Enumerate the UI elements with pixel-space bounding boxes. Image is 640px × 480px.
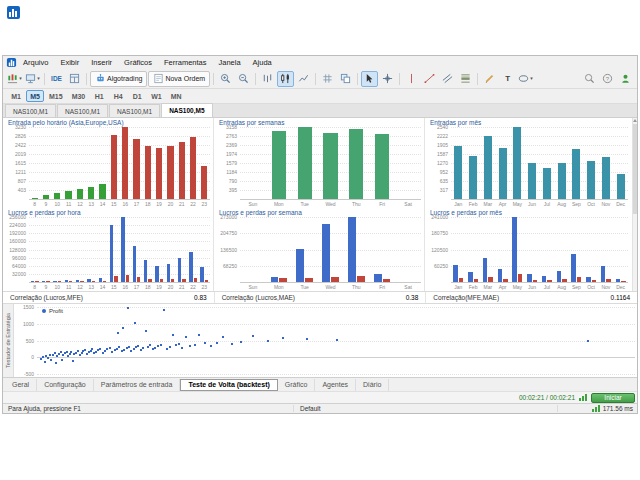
x-axis: JanFebMarAprMayJunJulAugSepOctNovDec [451, 200, 628, 208]
trendline-button[interactable] [421, 71, 438, 87]
latency-value: 171.56 ms [603, 405, 633, 412]
tester-tab-bar: Geral Configuração Parâmetros de entrada… [3, 377, 637, 391]
chart-tab-bar: NAS100,M1 NAS100,M1 NAS100,M1 NAS100,M5 [3, 104, 637, 118]
correlation-value: 0.38 [406, 294, 419, 301]
toolbar-separator [399, 73, 400, 85]
trendline-icon [424, 73, 435, 84]
timeframe-mn[interactable]: MN [167, 90, 186, 102]
grid-button[interactable] [319, 71, 336, 87]
algotrading-button[interactable]: Algotrading [90, 71, 147, 87]
bars-mode-button[interactable] [259, 71, 276, 87]
correlation-row: Correlação (Lucros,MFE) 0.83 Correlação … [3, 291, 637, 304]
x-axis: 891011121314151617181920212223 [29, 200, 210, 208]
search-icon [584, 73, 595, 84]
zoom-out-button[interactable] [235, 71, 252, 87]
signal-bars-icon [592, 405, 600, 412]
timeframe-m30[interactable]: M30 [68, 90, 90, 102]
candles-mode-button[interactable] [277, 71, 294, 87]
tab-geral[interactable]: Geral [5, 379, 37, 391]
toolbar-separator [477, 73, 478, 85]
line-mode-button[interactable] [295, 71, 312, 87]
profit-legend-label: Profit [49, 308, 63, 314]
toolbar-separator [255, 73, 256, 85]
correlation-label: Correlação(MFE,MAE) [433, 294, 499, 301]
timeframe-m1[interactable]: M1 [7, 90, 25, 102]
plot-area [240, 127, 421, 200]
document-icon [153, 73, 164, 84]
toolbar: ▾ ▾ IDE Algotrading Nova Ordem [3, 69, 637, 89]
chart-tab-1[interactable]: NAS100,M1 [5, 104, 56, 117]
menu-graficos[interactable]: Gráficos [118, 57, 158, 69]
tab-agentes[interactable]: Agentes [315, 379, 356, 391]
timeframe-d1[interactable]: D1 [128, 90, 146, 102]
profit-scatter-section: Testador de Estratégia 150010005000-500 … [3, 304, 637, 377]
profiles-button[interactable]: ▾ [24, 71, 41, 87]
cursor-arrow-icon [364, 73, 375, 84]
menu-arquivo[interactable]: Arquivo [17, 57, 54, 69]
scroll-up-icon[interactable] [633, 119, 637, 122]
text-tool-icon: T [505, 74, 510, 84]
new-chart-button[interactable]: ▾ [6, 71, 23, 87]
menu-ferramentas[interactable]: Ferramentas [158, 57, 213, 69]
timeframe-h4[interactable]: H4 [109, 90, 127, 102]
window-panels-icon [69, 73, 80, 84]
chart-tab-2[interactable]: NAS100,M1 [57, 104, 108, 117]
chart-column-divider [424, 118, 425, 291]
tab-parametros-de-entrada[interactable]: Parâmetros de entrada [94, 379, 181, 391]
draw-button[interactable] [481, 71, 498, 87]
new-order-button[interactable]: Nova Ordem [148, 71, 210, 87]
scrollbar-thumb[interactable] [633, 124, 637, 214]
status-connection[interactable]: 171.56 ms [557, 405, 637, 412]
chart-title: Entrada pelo horário (Asia,Europe,USA) [8, 119, 124, 126]
tab-grafico[interactable]: Gráfico [278, 379, 316, 391]
tab-teste-de-volta[interactable]: Teste de Volta (backtest) [180, 379, 277, 391]
fibonacci-button[interactable] [457, 71, 474, 87]
menu-exibir[interactable]: Exibir [54, 57, 85, 69]
new-order-label: Nova Ordem [165, 75, 205, 82]
status-profile[interactable]: Default [293, 405, 557, 412]
scatter-plot-area: Profit [37, 307, 635, 374]
tab-configuracao[interactable]: Configuração [37, 379, 94, 391]
scatter-y-axis: 150010005000-500 [14, 307, 36, 374]
account-button[interactable] [617, 71, 634, 87]
chevron-down-icon: ▾ [19, 76, 22, 81]
channel-button[interactable] [439, 71, 456, 87]
zoom-in-button[interactable] [217, 71, 234, 87]
timeframe-w1[interactable]: W1 [147, 90, 166, 102]
crosshair-button[interactable] [379, 71, 396, 87]
tile-windows-button[interactable] [337, 71, 354, 87]
correlation-value: 0.1164 [611, 294, 630, 301]
menu-janela[interactable]: Janela [213, 57, 247, 69]
market-watch-button[interactable] [66, 71, 83, 87]
search-button[interactable] [581, 71, 598, 87]
text-tool-button[interactable]: T [499, 71, 516, 87]
cursor-button[interactable] [361, 71, 378, 87]
chart-tab-3[interactable]: NAS100,M1 [109, 104, 160, 117]
zoom-out-icon [238, 73, 249, 84]
zoom-in-icon [220, 73, 231, 84]
chevron-down-icon: ▾ [37, 76, 40, 81]
chart-tab-4-active[interactable]: NAS100,M5 [161, 103, 212, 117]
toolbar-separator [86, 73, 87, 85]
timeframe-bar: M1 M5 M15 M30 H1 H4 D1 W1 MN [3, 89, 637, 104]
vertical-line-icon [406, 73, 417, 84]
y-axis: 315827632369197415791184790395 [214, 127, 239, 200]
activity-bars-icon [579, 394, 587, 401]
profit-marker-icon [42, 309, 46, 313]
timeframe-h1[interactable]: H1 [90, 90, 108, 102]
tab-diario[interactable]: Diário [356, 379, 389, 391]
toolbar-separator [44, 73, 45, 85]
chart-title: Entradas por mês [430, 119, 481, 126]
status-bar: Para Ajuda, pressione F1 Default 171.56 … [3, 403, 637, 413]
chart-title: Lucros e perdas por semana [219, 209, 302, 216]
toolbar-separator [213, 73, 214, 85]
menu-inserir[interactable]: Inserir [85, 57, 118, 69]
vertical-line-button[interactable] [403, 71, 420, 87]
timeframe-m15[interactable]: M15 [45, 90, 67, 102]
menu-ajuda[interactable]: Ajuda [247, 57, 278, 69]
metaeditor-ide-button[interactable]: IDE [48, 71, 65, 87]
shapes-button[interactable]: ▾ [517, 71, 534, 87]
start-button[interactable]: Iniciar [591, 393, 635, 403]
timeframe-m5[interactable]: M5 [26, 90, 44, 102]
help-button[interactable]: ? [599, 71, 616, 87]
